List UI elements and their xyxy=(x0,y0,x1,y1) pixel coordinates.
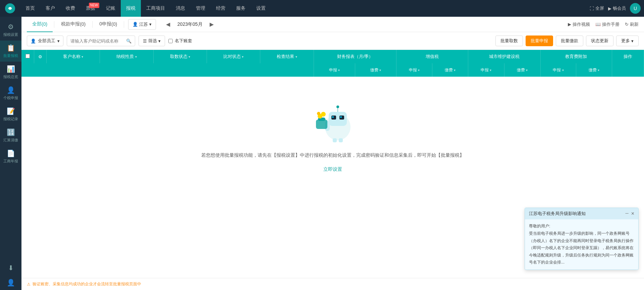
tax-type-filter-icon[interactable]: ▾ xyxy=(135,55,137,59)
notification-header: 江苏电子税务局升级影响通知 ─ × xyxy=(525,208,638,219)
more-button[interactable]: 更多 ▾ xyxy=(616,35,639,46)
client-filter-icon[interactable]: ▾ xyxy=(82,55,83,59)
tab-divider-3 xyxy=(124,21,124,28)
nav-settings[interactable]: 设置 xyxy=(251,0,271,17)
nav-menu: 首页 客户 收费 票据 NEW 记账 报税 工商项目 消息 管理 经营 服务 设… xyxy=(20,0,590,17)
accounts-checkbox[interactable] xyxy=(168,39,173,43)
search-input[interactable] xyxy=(70,39,124,44)
region-selector[interactable]: 👤 江苏 ▾ xyxy=(128,19,156,30)
notification-minimize-button[interactable]: ─ xyxy=(625,211,628,217)
tax-overview-icon: 📊 xyxy=(7,65,15,73)
current-month: 2023年05月 xyxy=(175,21,205,27)
batch-fetch-button[interactable]: 批量取数 xyxy=(495,35,523,46)
nav-biz[interactable]: 工商项目 xyxy=(141,0,170,17)
fullscreen-icon: ⛶ xyxy=(590,6,594,11)
operation-video-btn[interactable]: ▶ 操作视频 xyxy=(568,21,590,27)
city-pay-filter-icon[interactable]: ▾ xyxy=(526,68,528,72)
setup-link[interactable]: 立即设置 xyxy=(323,166,342,172)
annual-report-icon: 📄 xyxy=(7,149,15,157)
svg-point-9 xyxy=(336,105,339,108)
th-fetch-status: 取数状态 ▾ xyxy=(153,50,207,63)
nav-home[interactable]: 首页 xyxy=(20,0,40,17)
membership-btn[interactable]: ▶ 畅会员 xyxy=(608,5,626,11)
vat-declare-filter-icon[interactable]: ▾ xyxy=(418,68,420,72)
toolbar-right: 批量取数 批量申报 批量缴款 状态更新 更多 ▾ xyxy=(495,35,639,46)
nav-tax[interactable]: 报税 xyxy=(121,0,141,17)
compare-filter-icon[interactable]: ▾ xyxy=(242,55,244,59)
nav-accounting[interactable]: 记账 xyxy=(101,0,121,17)
nav-fee[interactable]: 收费 xyxy=(60,0,80,17)
svg-rect-17 xyxy=(339,138,343,142)
check-filter-icon[interactable]: ▾ xyxy=(296,55,297,59)
new-badge: NEW xyxy=(89,3,99,8)
batch-declare-button[interactable]: 批量申报 xyxy=(526,35,553,46)
edu-pay-filter-icon[interactable]: ▾ xyxy=(598,68,599,72)
fetch-filter-icon[interactable]: ▾ xyxy=(189,55,190,59)
filter-chevron-icon: ▾ xyxy=(158,39,161,44)
th-vat-group: 增值税 xyxy=(396,50,468,63)
fullscreen-btn[interactable]: ⛶ 全屏 xyxy=(590,5,604,11)
status-update-button[interactable]: 状态更新 xyxy=(586,35,613,46)
refresh-icon: ↻ xyxy=(625,22,629,27)
svg-rect-7 xyxy=(340,116,342,118)
filter-button[interactable]: ☰ 筛选 ▾ xyxy=(139,35,165,46)
sidebar-item-user[interactable]: 👤 xyxy=(5,275,16,290)
th-spacer xyxy=(21,63,314,77)
batch-tax-icon: 📋 xyxy=(7,44,15,52)
th-vat-declare: 申报 ▾ xyxy=(396,63,432,77)
refresh-btn[interactable]: ↻ 刷新 xyxy=(625,21,639,27)
notification-title: 江苏电子税务局升级影响通知 xyxy=(529,211,586,217)
sidebar-item-annual-report[interactable]: 📄 工商年报 xyxy=(0,146,21,167)
edu-declare-filter-icon[interactable]: ▾ xyxy=(562,68,564,72)
nav-operation[interactable]: 经营 xyxy=(211,0,231,17)
nav-service[interactable]: 服务 xyxy=(231,0,251,17)
th-tax-type: 纳税性质 ▾ xyxy=(100,50,153,63)
finance-pay-filter-icon[interactable]: ▾ xyxy=(379,68,381,72)
empty-message: 若您想使用批量报税功能，请先在【报税设置】中进行报税的初始化设置，完成密码验证和… xyxy=(201,150,464,160)
search-button[interactable]: 🔍 xyxy=(126,39,131,44)
month-navigator: ◀ 2023年05月 ▶ xyxy=(164,20,216,28)
sidebar-item-settlement[interactable]: 🔢 汇算清缴 xyxy=(0,125,21,146)
tab-zero-declare[interactable]: 0申报 (0) xyxy=(94,17,122,32)
operation-manual-btn[interactable]: 📖 操作手册 xyxy=(595,21,620,27)
svg-point-14 xyxy=(321,112,326,117)
finance-declare-filter-icon[interactable]: ▾ xyxy=(338,68,340,72)
employee-selector[interactable]: 👤 全部员工 ▾ xyxy=(27,35,63,46)
svg-point-15 xyxy=(317,112,320,115)
app-logo[interactable] xyxy=(3,2,17,15)
tabs-row-right: ▶ 操作视频 📖 操作手册 ↻ 刷新 xyxy=(568,21,639,27)
batch-pay-button[interactable]: 批量缴款 xyxy=(556,35,583,46)
th-edu-pay: 缴费 ▾ xyxy=(576,63,612,77)
sidebar-item-download[interactable]: ⬇ xyxy=(5,261,16,275)
warning-icon: ⚠ xyxy=(27,282,31,287)
sidebar-item-batch-tax[interactable]: 📋 批量报税 xyxy=(0,41,21,62)
nav-manage[interactable]: 管理 xyxy=(191,0,211,17)
nav-invoice[interactable]: 票据 NEW xyxy=(80,0,101,17)
sidebar-item-tax-settings[interactable]: ⚙ 报税设置 xyxy=(0,19,21,41)
sidebar-item-tax-overview[interactable]: 📊 报税总览 xyxy=(0,62,21,83)
sidebar-item-tax-records[interactable]: 📝 报税记录 xyxy=(0,104,21,125)
user-avatar[interactable]: U xyxy=(630,3,641,14)
svg-point-1 xyxy=(9,7,11,10)
th-operation-sub xyxy=(612,63,644,77)
sidebar-item-personal-tax[interactable]: 👤 个税申报 xyxy=(0,83,21,104)
vat-pay-filter-icon[interactable]: ▾ xyxy=(454,68,455,72)
empty-state: 若您想使用批量报税功能，请先在【报税设置】中进行报税的初始化设置，完成密码验证和… xyxy=(21,77,644,193)
tab-tax-declare[interactable]: 税款申报 (0) xyxy=(56,17,91,32)
next-month-button[interactable]: ▶ xyxy=(208,20,216,28)
notification-panel: 江苏电子税务局升级影响通知 ─ × 尊敬的用户: 受当前电子税务局进一步升级的影… xyxy=(525,208,639,270)
region-icon: 👤 xyxy=(132,22,138,27)
prev-month-button[interactable]: ◀ xyxy=(164,20,172,28)
nav-message[interactable]: 消息 xyxy=(170,0,191,17)
city-declare-filter-icon[interactable]: ▾ xyxy=(490,68,491,72)
th-compare-status: 比对状态 ▾ xyxy=(207,50,260,63)
tab-all[interactable]: 全部 (0) xyxy=(27,17,53,32)
select-all-checkbox[interactable] xyxy=(25,54,30,58)
svg-rect-3 xyxy=(329,112,347,126)
accounts-checkbox-label[interactable]: 名下账套 xyxy=(168,38,192,44)
sidebar: ⚙ 报税设置 📋 批量报税 📊 报税总览 👤 个税申报 📝 报税记录 🔢 汇算清… xyxy=(0,17,21,290)
nav-customer[interactable]: 客户 xyxy=(40,0,60,17)
th-finance-declare: 申报 ▾ xyxy=(314,63,355,77)
notification-close-button[interactable]: × xyxy=(631,211,634,217)
more-chevron-icon: ▾ xyxy=(631,39,634,44)
